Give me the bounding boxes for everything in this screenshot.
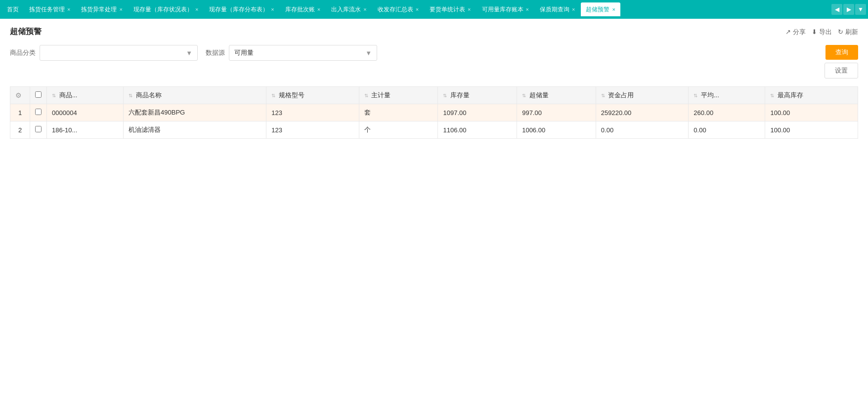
sort-icon-inventory: ⇅ bbox=[443, 93, 447, 98]
data-source-value: 可用量 bbox=[234, 48, 254, 57]
table-row: 1 0000004 六配套新昌490BPG 123 套 1097.00 997.… bbox=[10, 104, 858, 121]
row-2-capital: 0.00 bbox=[596, 121, 689, 139]
th-capital[interactable]: ⇅ 资金占用 bbox=[596, 87, 689, 104]
row-1-product-code: 0000004 bbox=[47, 104, 124, 121]
close-tab-2[interactable]: × bbox=[119, 6, 122, 12]
nav-tab-8[interactable]: 要货单统计表 × bbox=[425, 2, 476, 16]
row-checkbox-1 bbox=[30, 104, 47, 121]
row-2-unit: 个 bbox=[359, 121, 438, 139]
page-header: 超储预警 ↗ 分享 ⬇ 导出 ↻ 刷新 bbox=[10, 27, 858, 37]
close-tab-11[interactable]: × bbox=[612, 6, 615, 12]
th-product-name[interactable]: ⇅ 商品名称 bbox=[124, 87, 266, 104]
query-button[interactable]: 查询 bbox=[825, 45, 858, 60]
row-1-overstock: 997.00 bbox=[517, 104, 596, 121]
th-inventory[interactable]: ⇅ 库存量 bbox=[438, 87, 517, 104]
th-settings: ⚙ bbox=[10, 87, 30, 104]
close-tab-1[interactable]: × bbox=[67, 6, 70, 12]
share-button[interactable]: ↗ 分享 bbox=[785, 28, 806, 37]
nav-tab-9[interactable]: 可用量库存账本 × bbox=[477, 2, 534, 16]
row-1-max-inventory: 100.00 bbox=[765, 104, 858, 121]
close-tab-8[interactable]: × bbox=[468, 6, 471, 12]
close-tab-5[interactable]: × bbox=[317, 6, 320, 12]
main-content: 超储预警 ↗ 分享 ⬇ 导出 ↻ 刷新 商品分类 bbox=[0, 19, 868, 395]
nav-tab-4[interactable]: 现存量（库存分布表） × bbox=[204, 2, 279, 16]
row-1-capital: 259220.00 bbox=[596, 104, 689, 121]
sort-icon-code: ⇅ bbox=[52, 93, 56, 98]
row-2-checkbox[interactable] bbox=[35, 126, 42, 132]
row-1-avg: 260.00 bbox=[689, 104, 765, 121]
sort-icon-spec: ⇅ bbox=[271, 93, 275, 98]
share-icon: ↗ bbox=[785, 28, 791, 36]
row-2-avg: 0.00 bbox=[689, 121, 765, 139]
data-table: ⚙ ⇅ 商品... ⇅ 商品名称 ⇅ 规格型号 ⇅ bbox=[10, 86, 858, 139]
close-tab-6[interactable]: × bbox=[363, 6, 366, 12]
nav-tab-5[interactable]: 库存批次账 × bbox=[280, 2, 325, 16]
product-category-filter: 商品分类 ▼ bbox=[10, 45, 198, 61]
row-2-inventory: 1106.00 bbox=[438, 121, 517, 139]
close-tab-10[interactable]: × bbox=[572, 6, 575, 12]
th-avg[interactable]: ⇅ 平均... bbox=[689, 87, 765, 104]
th-checkbox bbox=[30, 87, 47, 104]
table-row: 2 186-10... 机油滤清器 123 个 1106.00 1006.00 … bbox=[10, 121, 858, 139]
nav-tab-3[interactable]: 现存量（库存状况表） × bbox=[129, 2, 203, 16]
close-tab-3[interactable]: × bbox=[195, 6, 198, 12]
nav-more-btn[interactable]: ▼ bbox=[855, 4, 866, 15]
product-category-select[interactable]: ▼ bbox=[40, 45, 198, 61]
row-2-product-code: 186-10... bbox=[47, 121, 124, 139]
nav-arrows: ◀ ▶ ▼ bbox=[831, 4, 866, 15]
data-source-filter: 数据源 可用量 ▼ bbox=[206, 45, 377, 61]
nav-tab-11[interactable]: 超储预警 × bbox=[581, 2, 620, 16]
th-unit[interactable]: ⇅ 主计量 bbox=[359, 87, 438, 104]
sort-icon-avg: ⇅ bbox=[694, 93, 697, 98]
refresh-icon: ↻ bbox=[838, 28, 843, 36]
row-1-inventory: 1097.00 bbox=[438, 104, 517, 121]
data-source-arrow: ▼ bbox=[365, 49, 372, 57]
row-2-max-inventory: 100.00 bbox=[765, 121, 858, 139]
th-max-inventory[interactable]: ⇅ 最高库存 bbox=[765, 87, 858, 104]
sort-icon-unit: ⇅ bbox=[364, 93, 368, 98]
row-num-1: 1 bbox=[10, 104, 30, 121]
filter-buttons: 查询 设置 bbox=[825, 45, 858, 79]
page-title: 超储预警 bbox=[10, 27, 42, 37]
settings-button[interactable]: 设置 bbox=[825, 63, 858, 79]
nav-prev-btn[interactable]: ◀ bbox=[831, 4, 842, 15]
close-tab-9[interactable]: × bbox=[526, 6, 529, 12]
sort-icon-overstock: ⇅ bbox=[522, 93, 526, 98]
product-category-arrow: ▼ bbox=[186, 49, 192, 57]
nav-tab-7[interactable]: 收发存汇总表 × bbox=[373, 2, 424, 16]
sort-icon-max: ⇅ bbox=[770, 93, 774, 98]
product-category-label: 商品分类 bbox=[10, 48, 36, 57]
nav-tab-2[interactable]: 拣货异常处理 × bbox=[76, 2, 127, 16]
th-spec[interactable]: ⇅ 规格型号 bbox=[266, 87, 359, 104]
gear-icon[interactable]: ⚙ bbox=[15, 91, 22, 99]
header-actions: ↗ 分享 ⬇ 导出 ↻ 刷新 bbox=[785, 28, 858, 37]
th-overstock[interactable]: ⇅ 超储量 bbox=[517, 87, 596, 104]
nav-tab-10[interactable]: 保质期查询 × bbox=[535, 2, 580, 16]
data-source-label: 数据源 bbox=[206, 48, 225, 57]
top-nav: 首页 拣货任务管理 × 拣货异常处理 × 现存量（库存状况表） × 现存量（库存… bbox=[0, 0, 868, 19]
select-all-checkbox[interactable] bbox=[35, 91, 42, 98]
row-2-product-name: 机油滤清器 bbox=[124, 121, 266, 139]
nav-next-btn[interactable]: ▶ bbox=[843, 4, 854, 15]
export-icon: ⬇ bbox=[812, 28, 817, 36]
row-1-spec: 123 bbox=[266, 104, 359, 121]
nav-tab-1[interactable]: 拣货任务管理 × bbox=[24, 2, 75, 16]
export-button[interactable]: ⬇ 导出 bbox=[812, 28, 832, 37]
row-1-checkbox[interactable] bbox=[35, 109, 42, 115]
row-2-overstock: 1006.00 bbox=[517, 121, 596, 139]
row-2-spec: 123 bbox=[266, 121, 359, 139]
close-tab-4[interactable]: × bbox=[271, 6, 274, 12]
row-1-product-name: 六配套新昌490BPG bbox=[124, 104, 266, 121]
sort-icon-capital: ⇅ bbox=[601, 93, 605, 98]
row-num-2: 2 bbox=[10, 121, 30, 139]
data-source-select[interactable]: 可用量 ▼ bbox=[229, 45, 377, 61]
sort-icon-name: ⇅ bbox=[129, 93, 132, 98]
th-product-code[interactable]: ⇅ 商品... bbox=[47, 87, 124, 104]
nav-tab-6[interactable]: 出入库流水 × bbox=[326, 2, 371, 16]
close-tab-7[interactable]: × bbox=[416, 6, 419, 12]
row-checkbox-2 bbox=[30, 121, 47, 139]
nav-home[interactable]: 首页 bbox=[2, 5, 24, 14]
refresh-button[interactable]: ↻ 刷新 bbox=[838, 28, 858, 37]
row-1-unit: 套 bbox=[359, 104, 438, 121]
